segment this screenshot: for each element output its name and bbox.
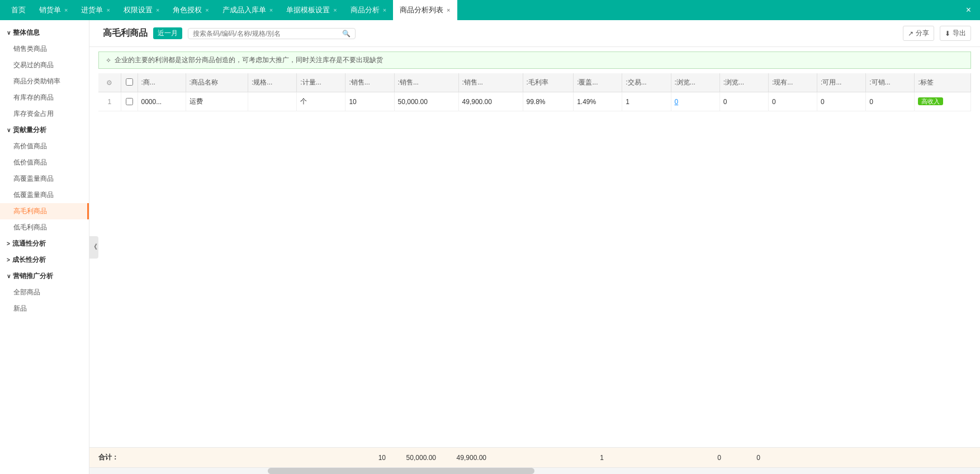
sidebar-section-流通性分析[interactable]: >流通性分析 [0, 236, 89, 252]
footer-cell [277, 454, 322, 462]
section-label: 整体信息 [13, 28, 40, 37]
close-window-button[interactable]: × [962, 5, 976, 15]
time-filter-button[interactable]: 近一月 [153, 27, 182, 39]
nav-item-权限设置[interactable]: 权限设置× [117, 0, 166, 20]
cell-sales_amount: 50,000.00 [394, 92, 458, 111]
col-header-tag[interactable]: :标签 [915, 73, 971, 92]
nav-close-icon[interactable]: × [333, 7, 337, 13]
sidebar-item-低毛利商品[interactable]: 低毛利商品 [0, 219, 89, 236]
footer-cell [803, 454, 842, 462]
nav-item-角色授权[interactable]: 角色授权× [166, 0, 215, 20]
col-header-code[interactable]: :商... [138, 73, 186, 92]
section-arrow: > [7, 257, 10, 263]
export-icon: ⬇ [945, 30, 950, 37]
settings-icon[interactable]: ⚙ [106, 79, 112, 87]
col-header-sales_amount[interactable]: :销售... [394, 73, 458, 92]
select-all-checkbox[interactable] [126, 78, 133, 86]
search-input[interactable] [193, 30, 342, 37]
col-header-gross_margin[interactable]: :毛利率 [523, 73, 574, 92]
sidebar-item-库存资金占用[interactable]: 库存资金占用 [0, 106, 89, 122]
data-table: ⚙:商...:商品名称:规格...:计量...:销售...:销售...:销售..… [98, 73, 971, 111]
col-header-current_stock[interactable]: :现有... [768, 73, 817, 92]
section-arrow: > [7, 241, 10, 247]
footer-cell [132, 454, 154, 462]
bottom-scrollbar[interactable] [89, 467, 980, 474]
tip-text: 企业的主要的利润都是这部分商品创造的，可考虑加大推广，同时关注库存是不要出现缺货 [115, 55, 383, 65]
col-header-transaction[interactable]: :交易... [622, 73, 671, 92]
sidebar-item-低覆盖量商品[interactable]: 低覆盖量商品 [0, 187, 89, 203]
cell-tag: 高收入 [915, 92, 971, 111]
cell-browse1[interactable]: 0 [671, 92, 719, 111]
nav-close-icon[interactable]: × [383, 7, 386, 13]
cell-checkbox[interactable] [121, 92, 138, 111]
share-label: 分享 [916, 29, 929, 38]
nav-close-icon[interactable]: × [447, 7, 450, 13]
sidebar-section-整体信息[interactable]: ∨整体信息 [0, 25, 89, 41]
sidebar-section-营销推广分析[interactable]: ∨营销推广分析 [0, 268, 89, 284]
nav-close-icon[interactable]: × [106, 7, 110, 13]
sidebar-item-商品分类助销率[interactable]: 商品分类助销率 [0, 73, 89, 90]
sidebar-item-低价值商品[interactable]: 低价值商品 [0, 154, 89, 171]
col-header-name[interactable]: :商品名称 [186, 73, 248, 92]
nav-item-单据模板设置[interactable]: 单据模板设置× [280, 0, 343, 20]
col-header-available_stock[interactable]: :可用... [817, 73, 866, 92]
cell-coverage: 1.49% [574, 92, 622, 111]
content-area: 《 高毛利商品 近一月 🔍 ↗ 分享 ⬇ 导出 ✧ 企业的主要的利润都是这部分商… [89, 20, 980, 474]
tip-icon: ✧ [106, 57, 111, 64]
collapse-sidebar-button[interactable]: 《 [89, 236, 98, 259]
sidebar-item-有库存的商品[interactable]: 有库存的商品 [0, 90, 89, 106]
tag-badge: 高收入 [918, 97, 943, 105]
sidebar-item-交易过的商品[interactable]: 交易过的商品 [0, 57, 89, 73]
nav-item-销货单[interactable]: 销货单× [32, 0, 74, 20]
nav-item-产成品入库单[interactable]: 产成品入库单× [216, 0, 280, 20]
nav-item-商品分析[interactable]: 商品分析× [344, 0, 393, 20]
col-header-checkbox[interactable] [121, 73, 138, 92]
nav-close-icon[interactable]: × [64, 7, 68, 13]
sidebar-item-高毛利商品[interactable]: 高毛利商品 [0, 203, 89, 219]
cell-index: 1 [98, 92, 121, 111]
search-box: 🔍 [188, 28, 356, 39]
sidebar-item-高覆盖量商品[interactable]: 高覆盖量商品 [0, 171, 89, 187]
sidebar-item-新品[interactable]: 新品 [0, 301, 89, 317]
col-header-sellable_stock[interactable]: :可销... [866, 73, 915, 92]
browse-link[interactable]: 0 [675, 98, 679, 106]
search-icon[interactable]: 🔍 [342, 30, 351, 37]
nav-item-首页[interactable]: 首页 [4, 0, 32, 20]
col-header-coverage[interactable]: :覆盖... [574, 73, 622, 92]
section-arrow: ∨ [7, 273, 11, 279]
col-header-unit[interactable]: :计量... [297, 73, 345, 92]
section-label: 流通性分析 [12, 239, 46, 248]
sidebar-section-成长性分析[interactable]: >成长性分析 [0, 252, 89, 268]
sidebar-item-全部商品[interactable]: 全部商品 [0, 284, 89, 301]
col-header-sales_cost[interactable]: :销售... [458, 73, 523, 92]
row-checkbox[interactable] [126, 98, 133, 105]
section-arrow: ∨ [7, 30, 11, 36]
cell-sales_cost: 49,900.00 [458, 92, 523, 111]
nav-close-icon[interactable]: × [269, 7, 273, 13]
share-icon: ↗ [908, 30, 913, 37]
nav-close-icon[interactable]: × [205, 7, 209, 13]
share-button[interactable]: ↗ 分享 [903, 26, 934, 41]
sidebar-section-贡献量分析[interactable]: ∨贡献量分析 [0, 122, 89, 138]
footer-cell [171, 454, 210, 462]
col-header-spec[interactable]: :规格... [248, 73, 297, 92]
main-layout: ∨整体信息销售类商品交易过的商品商品分类助销率有库存的商品库存资金占用∨贡献量分… [0, 20, 980, 474]
col-header-sales_qty[interactable]: :销售... [345, 73, 394, 92]
nav-close-icon[interactable]: × [156, 7, 159, 13]
col-header-browse1[interactable]: :浏览... [671, 73, 719, 92]
total-label: 合计： [98, 453, 132, 462]
nav-item-进货单[interactable]: 进货单× [74, 0, 116, 20]
page-title: 高毛利商品 [103, 27, 148, 39]
footer-cell [210, 454, 277, 462]
sidebar-item-高价值商品[interactable]: 高价值商品 [0, 138, 89, 154]
col-header-browse2[interactable]: :浏览... [719, 73, 768, 92]
export-button[interactable]: ⬇ 导出 [940, 26, 971, 41]
scrollbar-thumb[interactable] [268, 468, 535, 474]
col-header-settings[interactable]: ⚙ [98, 73, 121, 92]
footer-cell: 0 [685, 454, 725, 462]
sidebar-item-销售类商品[interactable]: 销售类商品 [0, 41, 89, 57]
tip-bar: ✧ 企业的主要的利润都是这部分商品创造的，可考虑加大推广，同时关注库存是不要出现… [98, 51, 971, 69]
content-header: 高毛利商品 近一月 🔍 ↗ 分享 ⬇ 导出 [89, 20, 980, 47]
nav-item-商品分析列表[interactable]: 商品分析列表× [393, 0, 457, 20]
export-label: 导出 [953, 29, 966, 38]
